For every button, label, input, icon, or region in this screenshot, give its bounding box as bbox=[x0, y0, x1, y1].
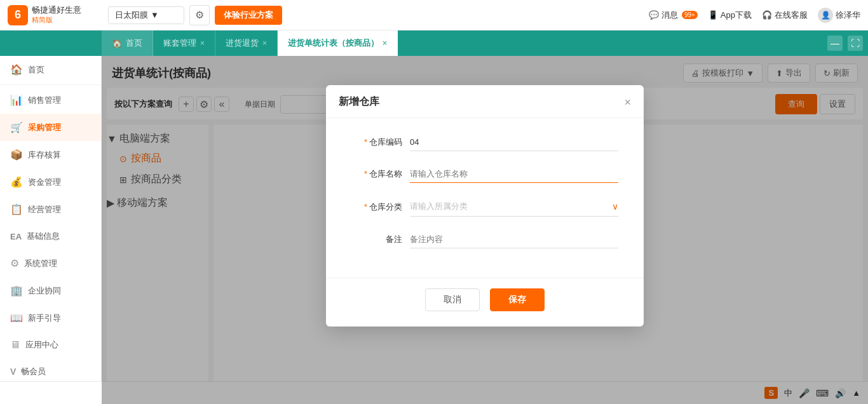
online-service-label: 在线客服 bbox=[775, 10, 808, 21]
sidebar-item-home[interactable]: 🏠 首页 bbox=[0, 56, 101, 83]
trial-button[interactable]: 体验行业方案 bbox=[215, 6, 282, 25]
app-logo: 6 bbox=[8, 5, 28, 25]
sidebar-item-basic-info[interactable]: EA 基础信息 bbox=[0, 223, 101, 250]
home-icon: 🏠 bbox=[112, 39, 122, 48]
sidebar-item-app-center[interactable]: 🖥 应用中心 bbox=[0, 332, 101, 358]
sidebar-item-operations[interactable]: 📋 经营管理 bbox=[0, 196, 101, 223]
sidebar-purchase-label: 采购管理 bbox=[28, 122, 61, 133]
sidebar-vip-label: 畅会员 bbox=[21, 366, 46, 377]
app-center-nav-icon: 🖥 bbox=[10, 339, 20, 351]
sidebar-inventory-label: 库存核算 bbox=[28, 149, 61, 161]
sidebar-divider-1 bbox=[0, 84, 101, 85]
guide-nav-icon: 📖 bbox=[10, 312, 23, 324]
top-header: 6 畅捷通好生意 精简版 日太阳膜 ▼ ⚙ 体验行业方案 💬 消息 99+ 📱 … bbox=[0, 0, 868, 30]
tab-home-label: 首页 bbox=[126, 37, 142, 49]
sidebar-guide-label: 新手引导 bbox=[28, 313, 61, 324]
category-select[interactable]: 请输入所属分类 ∨ bbox=[410, 197, 618, 217]
phone-icon: 📱 bbox=[708, 10, 718, 20]
tab-purchase-return[interactable]: 进货退货 × bbox=[215, 30, 278, 56]
user-area[interactable]: 👤 徐泽华 bbox=[818, 8, 860, 23]
sidebar-item-sales[interactable]: 📊 销售管理 bbox=[0, 86, 101, 114]
header-right: 💬 消息 99+ 📱 App下载 🎧 在线客服 👤 徐泽华 bbox=[649, 8, 860, 23]
nav-right-controls: — ⛶ bbox=[827, 36, 868, 51]
modal-header: 新增仓库 × bbox=[326, 85, 644, 118]
add-warehouse-modal: 新增仓库 × 仓库编码 仓库名称 仓库分类 请输入所属分类 bbox=[326, 85, 644, 327]
inventory-nav-icon: 📦 bbox=[10, 149, 23, 161]
enterprise-nav-icon: 🏢 bbox=[10, 285, 23, 297]
app-name: 畅捷通好生意 bbox=[32, 5, 81, 16]
main-layout: 🏠 首页 📊 销售管理 🛒 采购管理 📦 库存核算 💰 资金管理 📋 经营管理 … bbox=[0, 56, 868, 404]
sidebar-item-enterprise[interactable]: 🏢 企业协同 bbox=[0, 277, 101, 304]
headset-icon: 🎧 bbox=[762, 10, 772, 20]
operations-nav-icon: 📋 bbox=[10, 203, 23, 215]
sidebar-finance-label: 资金管理 bbox=[28, 177, 61, 188]
form-row-code: 仓库编码 bbox=[351, 133, 618, 151]
nav-tabs: 🏠 首页 账套管理 × 进货退货 × 进货单统计表（按商品） × — ⛶ bbox=[0, 30, 868, 56]
tab-purchase-stats-close[interactable]: × bbox=[383, 39, 387, 48]
code-input[interactable] bbox=[410, 133, 618, 151]
user-avatar: 👤 bbox=[818, 8, 833, 23]
home-nav-icon: 🏠 bbox=[10, 64, 23, 76]
settings-button[interactable]: ⚙ bbox=[189, 5, 210, 25]
sidebar-item-finance[interactable]: 💰 资金管理 bbox=[0, 168, 101, 196]
nav-minimize-button[interactable]: — bbox=[827, 36, 843, 51]
store-selector[interactable]: 日太阳膜 ▼ bbox=[108, 6, 184, 24]
tab-purchase-stats[interactable]: 进货单统计表（按商品） × bbox=[278, 30, 398, 56]
category-placeholder: 请输入所属分类 bbox=[410, 201, 468, 212]
form-row-note: 备注 bbox=[351, 231, 618, 248]
sidebar-enterprise-label: 企业协同 bbox=[28, 285, 61, 297]
store-name: 日太阳膜 bbox=[115, 10, 148, 21]
modal-footer: 取消 保存 bbox=[326, 278, 644, 327]
note-input[interactable] bbox=[410, 231, 618, 248]
app-edition: 精简版 bbox=[32, 15, 81, 25]
tab-account-label: 账套管理 bbox=[163, 37, 196, 49]
category-arrow-icon: ∨ bbox=[612, 201, 618, 212]
sidebar-item-purchase[interactable]: 🛒 采购管理 bbox=[0, 114, 101, 141]
cancel-button[interactable]: 取消 bbox=[425, 288, 480, 311]
content-area: 进货单统计(按商品) 🖨 按模板打印 ▼ ⬆ 导出 ↻ 刷新 按以下方案查询 bbox=[102, 56, 868, 404]
code-label: 仓库编码 bbox=[351, 137, 402, 148]
app-download-label: App下载 bbox=[721, 10, 752, 21]
name-label: 仓库名称 bbox=[351, 168, 402, 180]
message-button[interactable]: 💬 消息 99+ bbox=[649, 10, 698, 21]
sidebar-item-inventory[interactable]: 📦 库存核算 bbox=[0, 141, 101, 168]
sales-nav-icon: 📊 bbox=[10, 94, 23, 106]
sidebar-basic-info-label: 基础信息 bbox=[27, 231, 60, 242]
purchase-nav-icon: 🛒 bbox=[10, 121, 23, 133]
app-download-button[interactable]: 📱 App下载 bbox=[708, 10, 752, 21]
tab-purchase-stats-label: 进货单统计表（按商品） bbox=[288, 37, 379, 49]
tab-home[interactable]: 🏠 首页 bbox=[102, 30, 153, 56]
finance-nav-icon: 💰 bbox=[10, 176, 23, 188]
message-badge: 99+ bbox=[682, 11, 698, 19]
sidebar-item-guide[interactable]: 📖 新手引导 bbox=[0, 304, 101, 332]
sidebar-sales-label: 销售管理 bbox=[28, 95, 61, 106]
modal-body: 仓库编码 仓库名称 仓库分类 请输入所属分类 ∨ bbox=[326, 118, 644, 278]
sidebar-system-label: 系统管理 bbox=[24, 258, 57, 269]
chevron-down-icon: ▼ bbox=[151, 10, 159, 20]
name-input[interactable] bbox=[410, 165, 618, 183]
note-label: 备注 bbox=[351, 234, 402, 245]
logo-area: 6 畅捷通好生意 精简版 bbox=[8, 5, 103, 25]
modal-close-button[interactable]: × bbox=[624, 97, 631, 108]
vip-nav-icon: V bbox=[10, 367, 16, 377]
sidebar-app-center-label: 应用中心 bbox=[25, 339, 58, 351]
nav-maximize-button[interactable]: ⛶ bbox=[848, 36, 863, 51]
basic-info-nav-icon: EA bbox=[10, 232, 22, 241]
sidebar: 🏠 首页 📊 销售管理 🛒 采购管理 📦 库存核算 💰 资金管理 📋 经营管理 … bbox=[0, 56, 102, 404]
tab-account-close[interactable]: × bbox=[200, 39, 205, 48]
system-nav-icon: ⚙ bbox=[10, 257, 19, 269]
sidebar-home-label: 首页 bbox=[28, 64, 44, 76]
modal-title: 新增仓库 bbox=[339, 95, 379, 109]
form-row-category: 仓库分类 请输入所属分类 ∨ bbox=[351, 197, 618, 217]
sidebar-item-system[interactable]: ⚙ 系统管理 bbox=[0, 250, 101, 277]
message-label: 消息 bbox=[661, 10, 678, 21]
tab-purchase-return-label: 进货退货 bbox=[226, 37, 259, 49]
form-row-name: 仓库名称 bbox=[351, 165, 618, 183]
sidebar-operations-label: 经营管理 bbox=[28, 204, 61, 215]
user-name: 徐泽华 bbox=[836, 10, 860, 21]
online-service-button[interactable]: 🎧 在线客服 bbox=[762, 10, 808, 21]
tab-purchase-return-close[interactable]: × bbox=[262, 39, 267, 48]
save-button[interactable]: 保存 bbox=[490, 288, 545, 311]
message-icon: 💬 bbox=[649, 10, 659, 20]
tab-account[interactable]: 账套管理 × bbox=[153, 30, 215, 56]
